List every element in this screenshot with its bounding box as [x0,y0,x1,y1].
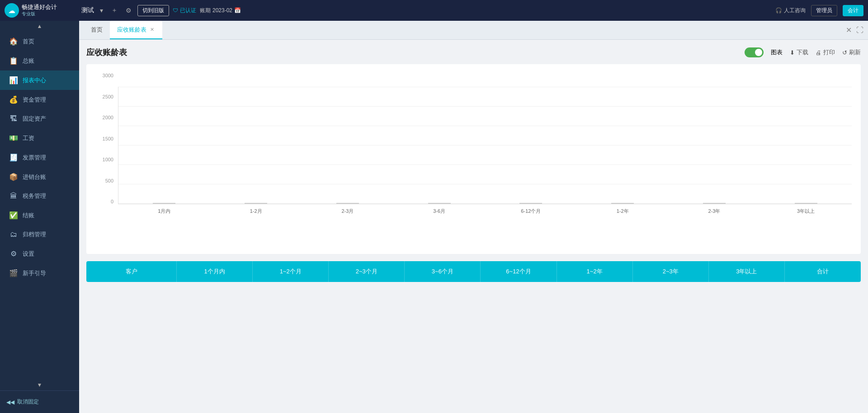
add-company-btn[interactable]: ＋ [109,5,120,15]
sidebar-label-reports: 报表中心 [23,76,46,84]
bar-1m [153,203,175,204]
accountant-btn[interactable]: 会计 [843,5,863,16]
certified-label: 已认证 [180,7,196,14]
y-label-0: 0 [111,199,113,204]
sidebar-label-payroll: 工资 [23,134,34,142]
sidebar-item-archive[interactable]: 🗂 归档管理 [0,225,79,244]
scroll-down-arrow[interactable]: ▼ [0,380,79,390]
sidebar-item-reports[interactable]: 📊 报表中心 [0,70,79,90]
print-icon: 🖨 [816,49,821,56]
certified-badge: 🛡 已认证 [173,7,196,14]
old-version-btn[interactable]: 切到旧版 [137,5,169,16]
page-content: 应收账龄表 图表 ⬇ 下载 🖨 打印 ↺ 刷新 [79,40,868,413]
cancel-fixed-btn[interactable]: ◀◀ 取消固定 [0,394,79,409]
toggle-label: 图表 [771,48,783,56]
refresh-btn[interactable]: ↺ 刷新 [842,48,861,56]
sidebar-item-payroll[interactable]: 💵 工资 [0,128,79,148]
bar-label-3y-plus: 3年以上 [797,208,815,215]
gridlines [118,87,852,204]
tab-home[interactable]: 首页 [84,21,110,39]
period-info: 账期 2023-02 📅 [200,7,241,14]
y-axis: 0 500 1000 1500 2000 2500 3000 [95,73,117,204]
y-label-1000: 1000 [103,157,113,162]
print-btn[interactable]: 🖨 打印 [816,48,835,56]
tab-home-label: 首页 [91,26,103,34]
bar-label-2-3m: 2-3月 [341,208,354,215]
sidebar-item-tax[interactable]: 🏛 税务管理 [0,187,79,206]
payroll-icon: 💵 [9,134,18,142]
sidebar-item-funds[interactable]: 💰 资金管理 [0,90,79,109]
cancel-fixed-label: 取消固定 [17,398,39,406]
tab-close-window-btn[interactable]: ✕ [846,26,852,34]
table-header-row: 客户 1个月内 1~2个月 2~3个月 3~6个月 6~12个月 1~2年 2~… [86,261,861,282]
th-1-2y: 1~2年 [557,261,633,282]
y-label-2000: 2000 [103,115,113,120]
tab-aging[interactable]: 应收账龄表 ✕ [110,21,162,39]
bar-3-6m [428,203,451,204]
header-right: 🎧 人工咨询 管理员 会计 [775,5,863,16]
sidebar-item-assets[interactable]: 🏗 固定资产 [0,109,79,128]
logo-sub: 专业版 [22,11,57,17]
bar-1-2m [245,203,267,204]
sidebar: ▲ 🏠 首页 📋 总账 📊 报表中心 💰 资金管理 🏗 固定资产 [0,21,79,413]
sidebar-item-settings[interactable]: ⚙ 设置 [0,244,79,263]
bar-group-2-3m: 2-3月 [302,203,394,204]
sidebar-item-sales[interactable]: 📦 进销台账 [0,167,79,187]
th-total: 合计 [785,261,861,282]
calendar-icon[interactable]: 📅 [234,7,241,14]
chart-toggle[interactable] [745,47,764,57]
sidebar-item-home[interactable]: 🏠 首页 [0,32,79,51]
top-header: ☁ 畅捷通好会计 专业版 测试 ▾ ＋ ⚙ 切到旧版 🛡 已认证 账期 2023… [0,0,868,21]
th-3y-plus: 3年以上 [709,261,785,282]
bar-label-2-3y: 2-3年 [708,208,720,215]
tab-expand-btn[interactable]: ⛶ [856,26,863,34]
reports-icon: 📊 [9,76,18,84]
sidebar-label-home: 首页 [23,38,34,46]
sidebar-item-invoice[interactable]: 🧾 发票管理 [0,148,79,167]
bar-label-6-12m: 6-12个月 [521,208,541,215]
shield-icon: 🛡 [173,7,178,14]
bar-group-1-2y: 1-2年 [577,203,669,204]
bar-label-3-6m: 3-6月 [433,208,445,215]
manager-btn[interactable]: 管理员 [811,5,837,16]
download-btn[interactable]: ⬇ 下载 [790,48,808,56]
sidebar-label-archive: 归档管理 [23,230,46,239]
refresh-label: 刷新 [849,48,861,56]
sidebar-item-guide[interactable]: 🎬 新手引导 [0,263,79,283]
report-actions: 图表 ⬇ 下载 🖨 打印 ↺ 刷新 [745,47,861,57]
sidebar-label-settings: 设置 [23,250,34,258]
period-label: 账期 [200,7,211,14]
th-2-3y: 2~3年 [633,261,709,282]
bar-label-1m: 1月内 [158,208,170,215]
service-btn[interactable]: 🎧 人工咨询 [775,7,806,14]
th-2-3m: 2~3个月 [329,261,405,282]
tab-close-btn[interactable]: ✕ [149,26,155,33]
headset-icon: 🎧 [775,7,782,14]
assets-icon: 🏗 [9,115,18,123]
scroll-up-arrow[interactable]: ▲ [0,21,79,32]
bar-2-3y [703,203,726,204]
company-dropdown-btn[interactable]: ▾ [98,6,105,15]
sidebar-item-close[interactable]: ✅ 结账 [0,206,79,225]
bar-group-2-3y: 2-3年 [669,203,760,204]
ledger-icon: 📋 [9,56,18,65]
report-title: 应收账龄表 [86,47,127,58]
sales-icon: 📦 [9,173,18,181]
settings-btn[interactable]: ⚙ [123,6,134,15]
sidebar-label-ledger: 总账 [23,57,34,65]
sidebar-item-ledger[interactable]: 📋 总账 [0,51,79,70]
sidebar-label-funds: 资金管理 [23,96,46,104]
th-1m: 1个月内 [177,261,253,282]
th-customer: 客户 [86,261,177,282]
archive-icon: 🗂 [9,230,18,239]
logo-text: 畅捷通好会计 [22,4,57,11]
y-label-1500: 1500 [103,136,113,141]
bar-3y-plus [795,203,817,204]
bar-1-2y [611,203,634,204]
close-books-icon: ✅ [9,211,18,220]
settings-icon: ⚙ [9,249,18,258]
sidebar-label-close: 结账 [23,211,34,220]
th-1-2m: 1~2个月 [253,261,329,282]
y-label-500: 500 [105,178,113,183]
chart-container: 0 500 1000 1500 2000 2500 3000 [86,64,861,254]
